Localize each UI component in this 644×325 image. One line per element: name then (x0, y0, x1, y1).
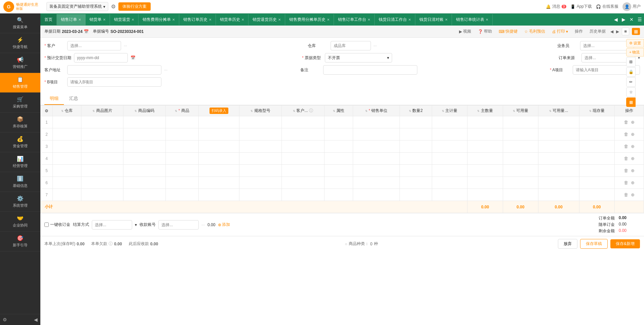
tab-next-btn[interactable]: ▶ (620, 14, 628, 25)
right-panel-btn3[interactable]: ✏ (626, 77, 636, 87)
cell-warehouse[interactable] (53, 165, 81, 177)
cell-warehouse[interactable] (53, 140, 81, 153)
cell-product[interactable] (165, 140, 199, 153)
next-record-btn[interactable]: ▶ (616, 29, 619, 34)
cell-available2[interactable] (538, 116, 579, 128)
tab-close-icon[interactable]: ✕ (445, 18, 448, 22)
user-btn[interactable]: 👤 用户 (622, 2, 641, 11)
cell-warehouse[interactable] (53, 116, 81, 128)
tab-workbench[interactable]: 销售订单工作台 ✕ (334, 14, 375, 25)
cell-available2[interactable] (538, 128, 579, 140)
app-download-btn[interactable]: 📱 App下载 (570, 4, 592, 9)
cell-qty2[interactable] (400, 140, 432, 153)
row-copy-btn[interactable]: ⊕ (630, 143, 635, 150)
cell-current[interactable] (579, 128, 614, 140)
row-delete-btn[interactable]: 🗑 (623, 143, 629, 150)
cell-customer-code[interactable] (281, 128, 324, 140)
cell-customer-code[interactable] (281, 165, 324, 177)
cell-available2[interactable] (538, 140, 579, 153)
cell-spec[interactable] (239, 116, 281, 128)
cell-main-unit[interactable] (432, 189, 467, 201)
industry-btn[interactable]: 体验行业方案 (118, 2, 151, 11)
cell-available[interactable] (503, 116, 538, 128)
tab-close-icon[interactable]: ✕ (241, 18, 244, 22)
warehouse-input[interactable] (331, 41, 371, 50)
cell-main-unit[interactable] (432, 165, 467, 177)
row-copy-btn[interactable]: ⊕ (630, 131, 635, 137)
delivery-input[interactable] (74, 53, 128, 63)
address-dots[interactable]: ··· (164, 68, 167, 72)
cell-code[interactable] (123, 177, 165, 189)
tab-daily-reconcile[interactable]: 钱货日清对账 ✕ (415, 14, 452, 25)
row-copy-btn[interactable]: ⊕ (630, 155, 635, 162)
tab-close-icon[interactable]: ✕ (131, 18, 134, 22)
payment-method-input[interactable] (92, 220, 132, 230)
cell-warehouse[interactable] (53, 189, 81, 201)
cell-available2[interactable] (538, 189, 579, 201)
row-delete-btn[interactable]: 🗑 (623, 192, 629, 198)
sidebar-item-guide[interactable]: 🎯 新手引导 (0, 232, 40, 251)
tab-expense-history[interactable]: 销售费用分摊单历史 ✕ (285, 14, 334, 25)
collapse-icon[interactable]: ◀ (34, 317, 38, 322)
cell-customer-code[interactable] (281, 140, 324, 153)
row-copy-btn[interactable]: ⊕ (630, 192, 635, 198)
cell-current[interactable] (579, 140, 614, 153)
cell-unit[interactable] (353, 177, 400, 189)
cell-main-qty[interactable] (467, 116, 503, 128)
cell-attr[interactable] (325, 153, 353, 165)
cell-current[interactable] (579, 116, 614, 128)
tab-sales-order-history[interactable]: 销售订单历史 ✕ (179, 14, 216, 25)
cell-spec[interactable] (239, 189, 281, 201)
row-copy-btn[interactable]: ⊕ (630, 167, 635, 174)
account-input[interactable] (158, 220, 199, 230)
view-toggle-btn[interactable]: ≡ (622, 28, 629, 35)
cell-current[interactable] (579, 189, 614, 201)
cell-main-unit[interactable] (432, 177, 467, 189)
cell-available[interactable] (503, 140, 538, 153)
sidebar-item-marketing[interactable]: 📢 营销推广 (0, 53, 40, 73)
add-payment-btn[interactable]: ⊕ 添加 (218, 222, 230, 228)
cell-attr[interactable] (325, 140, 353, 153)
customer-input[interactable] (67, 41, 121, 50)
row-delete-btn[interactable]: 🗑 (623, 131, 629, 137)
cell-unit[interactable] (353, 128, 400, 140)
cell-available2[interactable] (538, 165, 579, 177)
cell-code[interactable] (123, 116, 165, 128)
cell-unit[interactable] (353, 140, 400, 153)
cell-warehouse[interactable] (53, 153, 81, 165)
cell-attr[interactable] (325, 116, 353, 128)
cell-main-qty[interactable] (467, 140, 503, 153)
cell-available[interactable] (503, 165, 538, 177)
calendar2-icon[interactable]: 📅 (130, 55, 136, 60)
cell-qty2[interactable] (400, 165, 432, 177)
tab-home[interactable]: 首页 (40, 14, 57, 25)
sidebar-item-finance[interactable]: 💰 资金管理 (0, 132, 40, 152)
cell-product[interactable] (165, 116, 199, 128)
tab-sales-expense[interactable]: 销售费用分摊单 ✕ (139, 14, 179, 25)
cell-customer-code[interactable] (281, 153, 324, 165)
cell-main-unit[interactable] (432, 153, 467, 165)
sidebar-item-basic-info[interactable]: ℹ️ 基础信息 (0, 172, 40, 192)
tab-close-icon[interactable]: ✕ (327, 18, 330, 22)
cell-spec[interactable] (239, 177, 281, 189)
cell-unit[interactable] (353, 165, 400, 177)
right-panel-btn5[interactable]: ▦ (626, 97, 636, 107)
cell-qty2[interactable] (400, 189, 432, 201)
cell-main-qty[interactable] (467, 153, 503, 165)
col-settings-icon[interactable]: ⚙ (45, 109, 48, 113)
cell-product[interactable] (165, 128, 199, 140)
address-input[interactable] (67, 65, 161, 75)
tab-close-icon[interactable]: ✕ (78, 18, 81, 22)
cell-spec[interactable] (239, 153, 281, 165)
cell-customer-code[interactable] (281, 116, 324, 128)
cell-unit[interactable] (353, 116, 400, 128)
cell-available[interactable] (503, 177, 538, 189)
cell-code[interactable] (123, 140, 165, 153)
cell-main-unit[interactable] (432, 128, 467, 140)
tab-close-icon[interactable]: ✕ (278, 18, 281, 22)
sidebar-item-sales[interactable]: 📋 销售管理 (0, 73, 40, 93)
one-click-checkbox-label[interactable]: 一键收订金 (44, 222, 70, 228)
sidebar-item-inventory[interactable]: 📦 库存核算 (0, 113, 40, 132)
debt-info-icon[interactable]: ⓘ (109, 241, 113, 247)
one-click-checkbox[interactable] (44, 222, 49, 227)
